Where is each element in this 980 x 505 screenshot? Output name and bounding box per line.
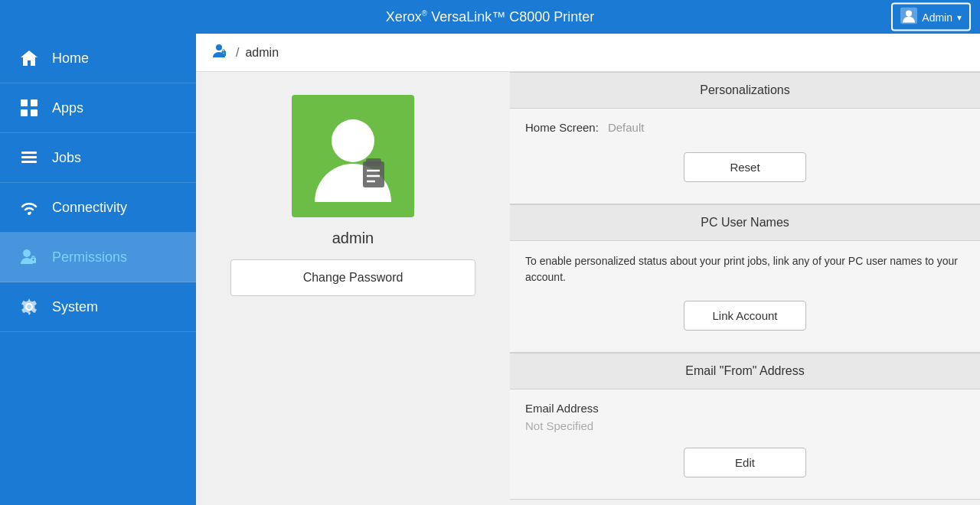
- sidebar-item-apps[interactable]: Apps: [0, 83, 196, 133]
- sidebar: Home Apps Jobs: [0, 34, 196, 505]
- breadcrumb-separator: /: [236, 46, 239, 60]
- jobs-icon: [18, 147, 40, 168]
- svg-point-18: [332, 119, 374, 162]
- email-from-header: Email "From" Address: [510, 353, 980, 389]
- pc-user-names-body: To enable personalized status about your…: [510, 241, 980, 353]
- permissions-icon: [18, 246, 40, 268]
- email-from-section: Email "From" Address Email Address Not S…: [510, 353, 980, 500]
- personalizations-body: Home Screen: Default Reset: [510, 109, 980, 204]
- svg-rect-3: [31, 99, 38, 106]
- admin-label: Admin: [922, 11, 952, 23]
- home-screen-label: Home Screen:: [525, 121, 599, 134]
- svg-rect-4: [21, 109, 28, 116]
- sidebar-item-apps-label: Apps: [52, 100, 83, 116]
- admin-avatar-icon: [900, 8, 917, 27]
- sidebar-item-system[interactable]: System: [0, 282, 196, 332]
- admin-button[interactable]: Admin ▾: [891, 3, 971, 31]
- email-from-body: Email Address Not Specified Edit: [510, 389, 980, 500]
- svg-point-1: [906, 11, 912, 17]
- user-avatar: [292, 95, 414, 217]
- sidebar-item-home-label: Home: [52, 50, 89, 67]
- layout: Home Apps Jobs: [0, 34, 980, 505]
- admin-dropdown-icon: ▾: [957, 11, 962, 22]
- edit-button[interactable]: Edit: [684, 448, 806, 477]
- main-content: / admin adm: [196, 34, 980, 505]
- apps-icon: [18, 97, 40, 119]
- connectivity-icon: [18, 197, 40, 218]
- svg-rect-2: [21, 99, 28, 106]
- home-screen-value: Default: [608, 121, 645, 134]
- svg-rect-5: [31, 109, 38, 116]
- header: Xerox® VersaLink™ C8000 Printer Admin ▾: [0, 0, 980, 34]
- username: admin: [332, 230, 374, 247]
- svg-point-13: [33, 259, 34, 261]
- personalizations-header: Personalizations: [510, 72, 980, 109]
- pc-user-names-header: PC User Names: [510, 204, 980, 241]
- reset-button[interactable]: Reset: [684, 152, 806, 182]
- sidebar-item-connectivity-label: Connectivity: [52, 200, 127, 216]
- svg-rect-8: [21, 161, 37, 163]
- email-not-specified: Not Specified: [525, 419, 965, 432]
- sidebar-item-permissions[interactable]: Permissions: [0, 233, 196, 282]
- svg-point-10: [23, 249, 31, 257]
- breadcrumb-page: admin: [245, 46, 279, 60]
- svg-point-17: [223, 52, 224, 54]
- sidebar-item-permissions-label: Permissions: [52, 249, 127, 266]
- svg-rect-7: [21, 156, 37, 158]
- content-area: admin Change Password Personalizations H…: [196, 72, 980, 505]
- home-screen-row: Home Screen: Default: [525, 121, 965, 134]
- svg-rect-6: [21, 152, 37, 154]
- sidebar-item-home[interactable]: Home: [0, 34, 196, 83]
- header-title: Xerox® VersaLink™ C8000 Printer: [386, 9, 595, 25]
- sidebar-item-jobs-label: Jobs: [52, 150, 81, 166]
- breadcrumb-person-icon: [211, 42, 230, 64]
- right-panel: Personalizations Home Screen: Default Re…: [510, 72, 980, 505]
- sidebar-item-jobs[interactable]: Jobs: [0, 133, 196, 183]
- email-address-label: Email Address: [525, 402, 965, 415]
- sidebar-item-connectivity[interactable]: Connectivity: [0, 183, 196, 233]
- breadcrumb: / admin: [196, 34, 980, 72]
- sidebar-item-system-label: System: [52, 299, 98, 315]
- change-password-button[interactable]: Change Password: [230, 259, 475, 296]
- pc-user-description: To enable personalized status about your…: [525, 253, 965, 285]
- svg-point-9: [28, 212, 31, 215]
- system-icon: [18, 296, 40, 318]
- svg-rect-20: [366, 158, 381, 166]
- personalizations-section: Personalizations Home Screen: Default Re…: [510, 72, 980, 204]
- home-icon: [18, 47, 40, 69]
- svg-point-14: [216, 44, 222, 50]
- link-account-button[interactable]: Link Account: [684, 301, 806, 331]
- user-left-panel: admin Change Password: [196, 72, 510, 505]
- pc-user-names-section: PC User Names To enable personalized sta…: [510, 204, 980, 353]
